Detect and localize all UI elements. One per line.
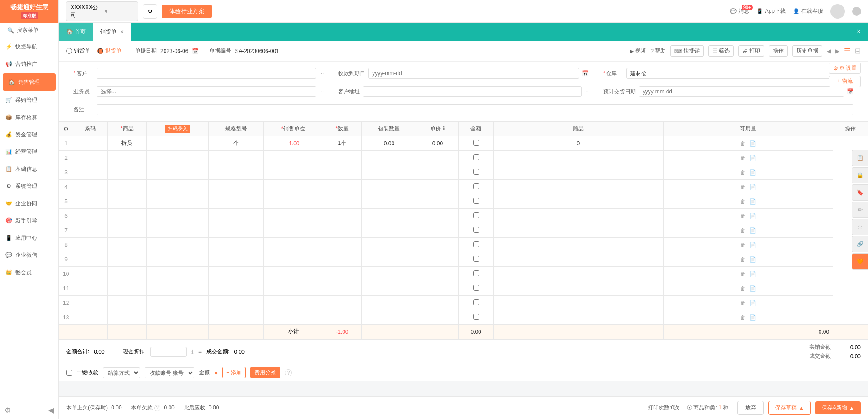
sidebar-item-marketing[interactable]: 📢 营销推广	[0, 55, 58, 72]
copy-icon[interactable]: 📄	[749, 140, 756, 147]
row-spec[interactable]	[146, 252, 209, 267]
payment-date-calendar-icon[interactable]: 📅	[582, 70, 589, 77]
row-amount[interactable]	[417, 310, 458, 325]
row-amount[interactable]	[417, 209, 458, 223]
row-amount[interactable]	[417, 165, 458, 180]
row-spec[interactable]	[146, 136, 209, 151]
row-barcode[interactable]	[73, 281, 108, 296]
history-btn[interactable]: 历史单据	[792, 45, 822, 57]
rt-bookmark-btn[interactable]: 🔖	[852, 184, 868, 201]
trial-button[interactable]: 体验行业方案	[162, 5, 212, 18]
one-click-payment-checkbox[interactable]	[66, 370, 72, 376]
add-payment-button[interactable]: + 添加	[222, 367, 246, 378]
row-amount[interactable]	[417, 180, 458, 194]
row-spec[interactable]	[146, 281, 209, 296]
copy-icon[interactable]: 📄	[749, 242, 756, 248]
row-barcode[interactable]	[73, 310, 108, 325]
copy-icon[interactable]: 📄	[749, 213, 756, 219]
sidebar-item-guide[interactable]: 🎯 新手引导	[0, 212, 58, 229]
save-draft-button[interactable]: 保存草稿 ▲	[768, 401, 811, 415]
row-unit[interactable]	[209, 209, 264, 223]
tab-sales-order[interactable]: 销货单 ×	[93, 23, 131, 41]
row-amount[interactable]	[417, 194, 458, 209]
tab-close-all[interactable]: ×	[857, 28, 861, 36]
sidebar-item-system[interactable]: ⚙ 系统管理	[0, 178, 58, 195]
row-price[interactable]	[362, 209, 417, 223]
row-spec[interactable]	[146, 223, 209, 238]
row-unit[interactable]	[209, 223, 264, 238]
row-gift[interactable]	[459, 209, 494, 223]
row-product[interactable]	[108, 223, 147, 238]
row-amount[interactable]	[417, 296, 458, 310]
tab-close-icon[interactable]: ×	[120, 28, 124, 35]
row-barcode[interactable]	[73, 165, 108, 180]
row-unit[interactable]	[209, 238, 264, 252]
tab-home[interactable]: 🏠 首页	[59, 23, 93, 41]
message-button[interactable]: 💬 消息 99+	[730, 7, 749, 15]
grid-icon1[interactable]: ☰	[844, 47, 850, 55]
row-barcode[interactable]	[73, 194, 108, 209]
row-qty[interactable]	[264, 281, 323, 296]
sidebar-item-enterprise[interactable]: 🤝 企业协同	[0, 195, 58, 212]
row-unit[interactable]	[209, 165, 264, 180]
row-product[interactable]: 拆员	[108, 136, 147, 151]
row-price[interactable]	[362, 238, 417, 252]
row-product[interactable]	[108, 252, 147, 267]
payment-method-select[interactable]: 结算方式	[103, 367, 140, 378]
customer-dots[interactable]: ···	[319, 70, 324, 77]
row-price[interactable]: 0.00	[362, 136, 417, 151]
shortcut-btn[interactable]: ⌨ 快捷键	[670, 45, 704, 57]
gift-checkbox[interactable]	[473, 183, 479, 189]
sidebar-item-inventory[interactable]: 📦 库存核算	[0, 109, 58, 126]
fee-split-button[interactable]: 费用分摊	[250, 367, 280, 378]
operation-btn[interactable]: 操作	[769, 45, 788, 57]
row-spec[interactable]	[146, 209, 209, 223]
radio-return[interactable]: 退货单	[97, 47, 121, 55]
row-spec[interactable]	[146, 180, 209, 194]
row-unit[interactable]	[209, 194, 264, 209]
row-pack-qty[interactable]	[323, 281, 362, 296]
row-amount[interactable]	[417, 151, 458, 165]
th-scan[interactable]: 扫码录入	[146, 122, 209, 136]
gift-checkbox[interactable]	[473, 256, 479, 262]
payment-date-input[interactable]	[368, 68, 579, 79]
row-barcode[interactable]	[73, 252, 108, 267]
row-pack-qty[interactable]	[323, 238, 362, 252]
copy-icon[interactable]: 📄	[749, 256, 756, 263]
expected-date-input[interactable]	[639, 86, 844, 97]
copy-icon[interactable]: 📄	[749, 227, 756, 234]
row-pack-qty[interactable]	[323, 296, 362, 310]
row-qty[interactable]	[264, 267, 323, 281]
row-gift[interactable]	[459, 296, 494, 310]
delete-icon[interactable]: 🗑	[740, 242, 746, 248]
customer-addr-dots[interactable]: ···	[584, 88, 589, 95]
delete-icon[interactable]: 🗑	[740, 213, 746, 219]
copy-icon[interactable]: 📄	[749, 271, 756, 277]
customer-addr-input[interactable]	[363, 86, 581, 97]
radio-sales-input[interactable]	[66, 48, 72, 54]
company-selector[interactable]: XXXXXX公司 ▼	[66, 1, 138, 21]
row-pack-qty[interactable]	[323, 209, 362, 223]
row-unit[interactable]	[209, 281, 264, 296]
row-price[interactable]	[362, 252, 417, 267]
row-gift[interactable]	[459, 267, 494, 281]
row-barcode[interactable]	[73, 296, 108, 310]
row-spec[interactable]	[146, 238, 209, 252]
gift-checkbox[interactable]	[473, 314, 479, 320]
gift-checkbox[interactable]	[473, 169, 479, 175]
row-spec[interactable]	[146, 165, 209, 180]
row-product[interactable]	[108, 281, 147, 296]
sidebar-item-capital[interactable]: 💰 资金管理	[0, 126, 58, 143]
row-price[interactable]	[362, 296, 417, 310]
copy-icon[interactable]: 📄	[749, 300, 756, 306]
delete-icon[interactable]: 🗑	[740, 155, 746, 161]
row-qty[interactable]	[264, 223, 323, 238]
row-gift[interactable]	[459, 252, 494, 267]
row-unit[interactable]	[209, 151, 264, 165]
print-btn[interactable]: 🖨 打印	[738, 45, 764, 57]
row-qty[interactable]	[264, 165, 323, 180]
rt-lock-btn[interactable]: 🔒	[852, 167, 868, 183]
row-spec[interactable]	[146, 194, 209, 209]
gift-checkbox[interactable]	[473, 270, 479, 276]
row-product[interactable]	[108, 194, 147, 209]
